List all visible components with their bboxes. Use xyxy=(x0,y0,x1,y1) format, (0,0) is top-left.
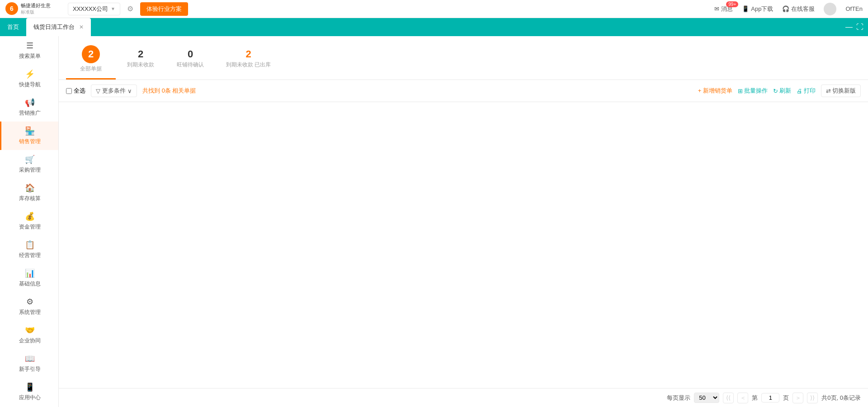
headset-icon: 🎧 xyxy=(782,5,789,12)
tab-bar-right: — ⛶ xyxy=(845,23,868,31)
next-page-button[interactable]: ＞ xyxy=(793,393,803,403)
sidebar-item-system[interactable]: ⚙ 系统管理 xyxy=(0,292,58,321)
sidebar-item-quicknav[interactable]: ⚡ 快捷导航 xyxy=(0,65,58,93)
main-layout: ☰ 搜索菜单 ⚡ 快捷导航 📢 营销推广 🏪 销售管理 🛒 采购管理 🏠 库存核… xyxy=(0,36,868,407)
sidebar-item-finance[interactable]: 💰 资金管理 xyxy=(0,207,58,235)
username: OfTEn xyxy=(845,5,863,12)
sidebar-item-operations[interactable]: 📋 经营管理 xyxy=(0,235,58,264)
sidebar-item-inventory[interactable]: 🏠 库存核算 xyxy=(0,178,58,207)
stat-label-overdue: 到期未收款 xyxy=(127,61,154,69)
table-area xyxy=(59,102,868,388)
stat-label-pending: 旺铺待确认 xyxy=(177,61,204,69)
app-download-button[interactable]: 📱 App下载 xyxy=(742,5,773,13)
company-selector[interactable]: XXXXXX公司 ▼ xyxy=(68,3,120,15)
avatar[interactable] xyxy=(824,3,836,15)
tab-work-bench[interactable]: 钱货日清工作台 ✕ xyxy=(26,18,91,36)
messages-badge: 99+ xyxy=(726,1,738,7)
apps-icon: 📱 xyxy=(25,382,35,392)
tab-close-icon[interactable]: ✕ xyxy=(79,24,84,30)
print-icon: 🖨 xyxy=(797,88,802,94)
messages-button[interactable]: ✉ 消息 99+ xyxy=(714,5,733,13)
content-area: 2 全部单据 2 到期未收款 0 旺铺待确认 2 到期未收款 已出库 全选 xyxy=(59,36,868,407)
basics-icon: 📊 xyxy=(25,268,35,278)
switch-version-button[interactable]: ⇄ 切换新版 xyxy=(821,84,861,97)
stat-tab-shipped[interactable]: 2 到期未收款 已出库 xyxy=(215,46,282,75)
finance-icon: 💰 xyxy=(25,211,35,221)
company-name: XXXXXX公司 xyxy=(73,5,108,13)
logo-icon: 6 xyxy=(5,2,18,15)
chevron-icon: ∨ xyxy=(127,88,132,94)
print-button[interactable]: 🖨 打印 xyxy=(797,87,816,95)
purchase-icon: 🛒 xyxy=(25,154,35,164)
stat-tab-overdue[interactable]: 2 到期未收款 xyxy=(116,46,165,75)
batch-operation-button[interactable]: ⊞ 批量操作 xyxy=(738,87,768,95)
enterprise-icon: 🤝 xyxy=(25,325,35,335)
stat-tab-all[interactable]: 2 全部单据 xyxy=(66,42,116,80)
marketing-icon: 📢 xyxy=(25,98,35,108)
logo-sub: 标准版 xyxy=(21,9,51,15)
experience-button[interactable]: 体验行业方案 xyxy=(140,2,188,16)
stat-label-all: 全部单据 xyxy=(80,65,102,73)
minimize-icon[interactable]: — xyxy=(845,23,853,31)
header-right: ✉ 消息 99+ 📱 App下载 🎧 在线客服 OfTEn xyxy=(714,3,863,15)
stat-num-overdue: 2 xyxy=(138,49,143,59)
per-page-select[interactable]: 50 10 20 100 xyxy=(694,393,719,403)
select-all-checkbox[interactable]: 全选 xyxy=(66,87,85,95)
switch-icon: ⇄ xyxy=(826,88,831,94)
toolbar: 全选 ▽ 更多条件 ∨ 共找到 0条 相关单据 + 新增销货单 ⊞ 批量操作 ↻ xyxy=(59,80,868,102)
sidebar-item-purchase[interactable]: 🛒 采购管理 xyxy=(0,150,58,178)
logo-text: 畅捷通好生意 xyxy=(21,2,51,9)
filter-button[interactable]: ▽ 更多条件 ∨ xyxy=(91,84,137,97)
inventory-icon: 🏠 xyxy=(25,183,35,193)
toolbar-right: + 新增销货单 ⊞ 批量操作 ↻ 刷新 🖨 打印 ⇄ 切换新版 xyxy=(698,84,861,97)
per-page-label: 每页显示 xyxy=(667,394,690,402)
found-count: 共找到 0条 相关单据 xyxy=(142,87,196,95)
settings-icon[interactable]: ⚙ xyxy=(124,3,137,15)
quick-nav-icon: ⚡ xyxy=(25,69,35,79)
sidebar-item-apps[interactable]: 📱 应用中心 xyxy=(0,378,58,406)
total-records: 共0页, 0条记录 xyxy=(821,394,861,402)
guide-icon: 📖 xyxy=(25,354,35,364)
chevron-down-icon: ▼ xyxy=(111,6,115,11)
tab-bar: 首页 钱货日清工作台 ✕ — ⛶ xyxy=(0,18,868,36)
logo-area: 6 畅捷通好生意 标准版 xyxy=(5,2,64,15)
tab-home[interactable]: 首页 xyxy=(0,18,26,36)
prev-page-button[interactable]: ＜ xyxy=(737,393,748,403)
refresh-button[interactable]: ↻ 刷新 xyxy=(773,87,791,95)
search-menu-icon: ☰ xyxy=(26,41,33,51)
add-sales-button[interactable]: + 新增销货单 xyxy=(698,87,732,95)
stat-label-shipped: 到期未收款 已出库 xyxy=(226,61,271,69)
operations-icon: 📋 xyxy=(25,240,35,250)
top-header: 6 畅捷通好生意 标准版 XXXXXX公司 ▼ ⚙ 体验行业方案 ✉ 消息 99… xyxy=(0,0,868,18)
system-icon: ⚙ xyxy=(26,297,33,307)
last-page-button[interactable]: ⟩⟩ xyxy=(807,393,818,403)
online-service-button[interactable]: 🎧 在线客服 xyxy=(782,5,815,13)
sidebar-item-basics[interactable]: 📊 基础信息 xyxy=(0,264,58,292)
maximize-icon[interactable]: ⛶ xyxy=(856,23,863,31)
stat-tab-pending[interactable]: 0 旺铺待确认 xyxy=(165,46,215,75)
page-input[interactable] xyxy=(761,393,779,402)
download-icon: 📱 xyxy=(742,5,749,12)
first-page-button[interactable]: ⟨⟨ xyxy=(723,393,734,403)
stat-num-all: 2 xyxy=(82,45,100,63)
page-suffix: 页 xyxy=(783,394,789,402)
sidebar-item-enterprise[interactable]: 🤝 企业协同 xyxy=(0,321,58,349)
filter-icon: ▽ xyxy=(96,88,100,94)
select-all-input[interactable] xyxy=(66,88,72,94)
sidebar-item-marketing[interactable]: 📢 营销推广 xyxy=(0,93,58,122)
batch-icon: ⊞ xyxy=(738,88,743,94)
pagination: 每页显示 50 10 20 100 ⟨⟨ ＜ 第 页 ＞ ⟩⟩ 共0页, 0条记… xyxy=(59,388,868,407)
stat-num-pending: 0 xyxy=(188,49,193,59)
sidebar-item-sales[interactable]: 🏪 销售管理 xyxy=(0,122,58,150)
stats-tabs: 2 全部单据 2 到期未收款 0 旺铺待确认 2 到期未收款 已出库 xyxy=(59,36,868,80)
page-label: 第 xyxy=(752,394,758,402)
sidebar-item-search[interactable]: ☰ 搜索菜单 xyxy=(0,36,58,65)
refresh-icon: ↻ xyxy=(773,88,778,94)
sidebar-item-guide[interactable]: 📖 新手引导 xyxy=(0,349,58,378)
stat-num-shipped: 2 xyxy=(246,49,251,59)
sales-icon: 🏪 xyxy=(25,126,35,136)
message-icon: ✉ xyxy=(714,5,719,12)
sidebar: ☰ 搜索菜单 ⚡ 快捷导航 📢 营销推广 🏪 销售管理 🛒 采购管理 🏠 库存核… xyxy=(0,36,59,407)
